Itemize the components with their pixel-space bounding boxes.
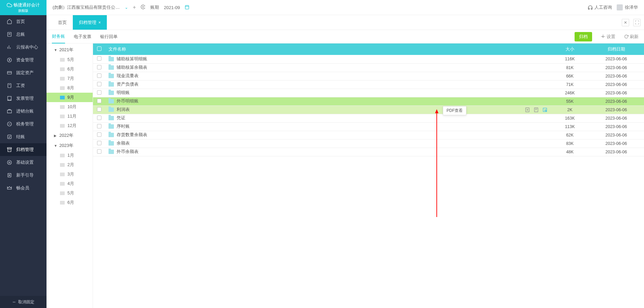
nav-item-archive[interactable]: 归档管理 [0, 143, 47, 156]
add-button[interactable]: + [133, 4, 136, 10]
folder-icon [109, 141, 114, 146]
tree-month[interactable]: 6月 [47, 64, 93, 74]
file-date: 2023-06-06 [588, 105, 644, 114]
nav-item-asset[interactable]: 固定资产 [0, 66, 47, 79]
user-menu[interactable]: 徐泽华 [617, 4, 638, 10]
nav-item-money[interactable]: 资金管理 [0, 54, 47, 66]
tree-month[interactable]: 2月 [47, 160, 93, 170]
month-label: 5月 [67, 190, 74, 196]
tree-month[interactable]: 3月 [47, 170, 93, 179]
row-checkbox[interactable] [97, 90, 101, 95]
nav-item-tax[interactable]: 税务管理 [0, 118, 47, 130]
view-pdf-icon[interactable] [542, 107, 548, 113]
table-row[interactable]: 外币明细账55K2023-06-06 [93, 97, 644, 105]
table-row[interactable]: 凭证163K2023-06-06 [93, 114, 644, 122]
tree-year[interactable]: ▶2022年 [47, 130, 93, 141]
nav-item-settings[interactable]: 基础设置 [0, 156, 47, 169]
fullscreen-button[interactable]: ⛶ [633, 19, 641, 26]
settings-icon [7, 160, 12, 165]
row-checkbox[interactable] [97, 116, 101, 120]
table-row[interactable]: 利润表2K2023-06-06 [93, 105, 644, 114]
th-size[interactable]: 大小 [551, 43, 588, 55]
nav-label: 结账 [16, 134, 25, 140]
table-row[interactable]: 辅助核算余额表81K2023-06-06 [93, 63, 644, 72]
file-date: 2023-06-06 [588, 131, 644, 139]
row-checkbox[interactable] [97, 73, 101, 78]
table-row[interactable]: 辅助核算明细账116K2023-06-06 [93, 55, 644, 63]
company-selector[interactable]: (勿删）江西服宝精品有限责任公司（... [53, 4, 120, 10]
nav-item-invoice[interactable]: 发票管理 [0, 92, 47, 105]
tree-month[interactable]: 7月 [47, 74, 93, 83]
tree-month[interactable]: 10月 [47, 102, 93, 112]
table-row[interactable]: 余额表83K2023-06-06 [93, 139, 644, 148]
th-date[interactable]: 归档日期 [588, 43, 644, 55]
svg-rect-7 [7, 71, 11, 74]
row-checkbox[interactable] [97, 65, 101, 69]
folder-icon [60, 115, 65, 118]
tree-month[interactable]: 9月 [47, 93, 93, 102]
folder-icon [60, 163, 65, 167]
nav-item-home[interactable]: 首页 [0, 15, 47, 28]
settings-label: 设置 [607, 34, 615, 40]
unpin-button[interactable]: ↔ 取消固定 [0, 296, 47, 308]
sub-tab[interactable]: 电子发票 [74, 30, 91, 43]
file-date: 2023-06-06 [588, 89, 644, 97]
table-row[interactable]: 外币余额表48K2023-06-06 [93, 148, 644, 156]
close-tab-button[interactable]: ✕ [622, 19, 629, 26]
tree-month[interactable]: 1月 [47, 151, 93, 160]
download-pdf-icon[interactable] [533, 107, 539, 113]
table-row[interactable]: 资产负债表71K2023-06-06 [93, 80, 644, 89]
consult-button[interactable]: 人工咨询 [588, 4, 612, 10]
th-filename[interactable]: 文件名称 [105, 43, 551, 55]
tree-year[interactable]: ▼2023年 [47, 141, 93, 151]
row-checkbox[interactable] [97, 132, 101, 137]
folder-icon [109, 57, 114, 61]
tree-month[interactable]: 4月 [47, 179, 93, 188]
file-date: 2023-06-06 [588, 55, 644, 63]
row-checkbox[interactable] [97, 124, 101, 128]
tree-month[interactable]: 6月 [47, 198, 93, 207]
download-excel-icon[interactable] [524, 107, 530, 113]
table-row[interactable]: 现金流量表66K2023-06-06 [93, 72, 644, 80]
guide-icon [7, 173, 12, 178]
table-row[interactable]: 序时账113K2023-06-06 [93, 122, 644, 131]
period-value[interactable]: 2021-09 [164, 5, 180, 10]
close-icon[interactable]: × [98, 20, 101, 25]
nav-label: 进销台账 [16, 108, 34, 114]
tree-month[interactable]: 8月 [47, 83, 93, 93]
settings-link[interactable]: 设置 [601, 34, 615, 40]
nav-item-ledger[interactable]: 总账 [0, 28, 47, 41]
row-checkbox[interactable] [97, 141, 101, 145]
tree-month[interactable]: 11月 [47, 112, 93, 121]
row-checkbox[interactable] [97, 107, 101, 112]
chevron-down-icon[interactable]: ⌄ [125, 5, 128, 10]
month-label: 6月 [67, 199, 74, 206]
row-checkbox[interactable] [97, 149, 101, 154]
tree-month[interactable]: 5月 [47, 188, 93, 198]
nav-item-close[interactable]: 结账 [0, 130, 47, 143]
sub-tab[interactable]: 银行回单 [100, 30, 118, 43]
nav-item-salary[interactable]: 工资 [0, 79, 47, 92]
file-date: 2023-06-06 [588, 72, 644, 80]
page-tab[interactable]: 归档管理× [73, 15, 107, 30]
sub-tab[interactable]: 财务账 [52, 30, 65, 43]
table-row[interactable]: 存货数量余额表62K2023-06-06 [93, 131, 644, 139]
calendar-icon[interactable] [185, 5, 189, 10]
nav-item-chart[interactable]: 云报表中心 [0, 41, 47, 54]
row-checkbox[interactable] [97, 82, 101, 86]
svg-point-18 [9, 162, 10, 163]
row-checkbox[interactable] [97, 56, 101, 61]
tree-month[interactable]: 12月 [47, 121, 93, 130]
th-checkbox[interactable] [93, 43, 105, 55]
tree-year[interactable]: ▼2021年 [47, 45, 93, 55]
nav-item-guide[interactable]: 新手引导 [0, 169, 47, 182]
refresh-link[interactable]: 刷新 [624, 34, 639, 40]
archive-button[interactable]: 归档 [575, 32, 592, 41]
table-row[interactable]: 明细账246K2023-06-06 [93, 89, 644, 97]
page-tab[interactable]: 首页 [52, 15, 73, 30]
row-checkbox[interactable] [97, 99, 101, 103]
gear-icon[interactable] [141, 4, 146, 10]
nav-item-stock[interactable]: 进销台账 [0, 105, 47, 118]
nav-item-vip[interactable]: 畅会员 [0, 182, 47, 194]
tree-month[interactable]: 5月 [47, 55, 93, 64]
